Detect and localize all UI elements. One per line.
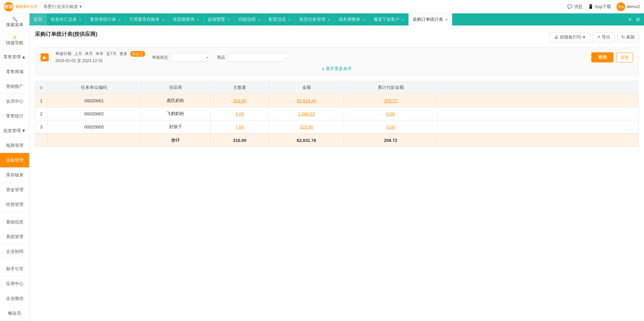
row3-paid[interactable]: 0.00 xyxy=(344,120,437,134)
tab-close-icon[interactable]: ✕ xyxy=(162,18,164,21)
tab-chengben[interactable]: 成本调整单 ✕ xyxy=(334,13,369,25)
date-filter-group: 单据日期 上月 本月 本年 近7天 更多 自定义 2016-01-01 至 20… xyxy=(55,51,145,64)
sidebar-item-operation[interactable]: 经营管理 xyxy=(0,197,29,212)
sidebar-item-retail-mall[interactable]: 零售商城 xyxy=(0,64,29,79)
sidebar-item-finance[interactable]: 资金管理 xyxy=(0,182,29,197)
footer-qty: 316.00 xyxy=(210,133,269,147)
date-opt-this-year[interactable]: 本年 xyxy=(96,51,104,57)
tab-chaochu[interactable]: 超储预警 ✕ xyxy=(204,13,234,25)
app-download-button[interactable]: 📱 App下载 xyxy=(588,4,611,10)
row2-supplier: 飞鹤奶粉 xyxy=(141,107,210,120)
tab-baozhiqi[interactable]: 保质期查询 ✕ xyxy=(169,13,204,25)
tab-close-icon[interactable]: ✕ xyxy=(79,18,82,21)
user-profile[interactable]: Ea demo2 xyxy=(616,2,640,11)
tab-tuohuo[interactable]: 拣货任务管理 ✕ xyxy=(295,13,334,25)
expand-label: 展开更多条件 xyxy=(326,66,352,72)
sidebar: 🔍 搜索菜单 ⚡ 快捷导航 零售管理 ▲ 零售商城 营销推广 会员中心 零售统计… xyxy=(0,13,30,321)
settings-button[interactable]: 设置 xyxy=(616,53,633,62)
footer-paid: 259.72 xyxy=(344,133,437,147)
sidebar-item-label: 企业微信 xyxy=(6,296,23,302)
export-button[interactable]: ↗ 导出 xyxy=(592,32,615,42)
sidebar-item-marketing[interactable]: 营销推广 xyxy=(0,79,29,94)
tab-close-icon[interactable]: ✕ xyxy=(258,18,260,21)
query-button[interactable]: 查询 xyxy=(591,52,613,62)
app-download-icon: 📱 xyxy=(588,4,593,9)
sidebar-item-label: 采购管理 xyxy=(6,157,23,163)
sidebar-item-vip[interactable]: 畅会员 xyxy=(0,306,29,321)
tab-shoufa[interactable]: 收发存汇总表 ✕ xyxy=(47,13,86,25)
tab-close-icon[interactable]: ✕ xyxy=(401,18,404,21)
sidebar-item-wholesale[interactable]: 批发管理 ▼ xyxy=(0,123,29,138)
date-opt-more[interactable]: 更多 xyxy=(119,51,127,57)
row2-paid[interactable]: 0.00 xyxy=(344,107,437,120)
tab-yaoqing-label: 邀请下游客户 xyxy=(373,16,399,22)
row3-idx: 3 xyxy=(35,120,48,134)
goods-input-wrapper: ... xyxy=(227,53,291,61)
row1-paid[interactable]: 259.72 xyxy=(344,94,437,107)
tab-close-all-button[interactable]: ✕ xyxy=(627,16,633,23)
date-opt-last-month[interactable]: 上月 xyxy=(74,51,82,57)
tab-caigou[interactable]: 采购订单统计表 ✕ xyxy=(409,13,452,25)
goods-input-dots-icon[interactable]: ... xyxy=(283,55,291,60)
date-opt-this-month[interactable]: 本月 xyxy=(85,51,93,57)
sidebar-item-retail[interactable]: 零售管理 ▲ xyxy=(0,50,29,64)
goods-input[interactable] xyxy=(227,54,283,61)
sidebar-item-member[interactable]: 会员中心 xyxy=(0,94,29,109)
sidebar-item-label: 营销推广 xyxy=(6,84,23,90)
custom-date-badge[interactable]: 自定义 xyxy=(130,51,145,57)
tab-yaoqing[interactable]: 邀请下游客户 ✕ xyxy=(369,13,409,25)
sidebar-item-enterprise[interactable]: 企业协同 xyxy=(0,244,29,259)
row3-amount[interactable]: 525.80 xyxy=(269,120,344,134)
status-select[interactable]: 全部 待审核 已审核 已作废 xyxy=(170,53,210,61)
tab-yaohuo[interactable]: 要货单统计表 ✕ xyxy=(86,13,125,25)
page-content: 采购订单统计表(按供应商) 🖨 按模板打印 ▾ ↗ 导出 ↻ 刷新 xyxy=(30,25,644,321)
sidebar-item-system[interactable]: 系统管理 xyxy=(0,229,29,244)
filter-toggle-button[interactable]: ▶ xyxy=(41,53,49,61)
org-selector[interactable]: 母婴行业演示账套 ▾ xyxy=(40,3,85,11)
filter-expand-button[interactable]: ∨ 展开更多条件 xyxy=(322,66,352,72)
tab-close-active-icon[interactable]: ✕ xyxy=(445,18,448,21)
row2-amount[interactable]: 1,586.52 xyxy=(269,107,344,120)
tab-close-icon[interactable]: ✕ xyxy=(227,18,230,21)
app-download-label: App下载 xyxy=(595,4,611,10)
gear-icon[interactable]: ⚙ xyxy=(39,85,43,90)
date-opt-7days[interactable]: 近7天 xyxy=(106,51,117,57)
sidebar-item-purchase[interactable]: 采购管理 xyxy=(0,153,29,168)
tab-gongneng[interactable]: 功能说明 ✕ xyxy=(234,13,265,25)
sidebar-item-quick[interactable]: ⚡ 快捷导航 xyxy=(0,32,29,50)
sidebar-item-basic[interactable]: 基础信息 xyxy=(0,215,29,229)
filter-section: ▶ 单据日期 上月 本月 本年 近7天 更多 自定义 xyxy=(35,47,639,75)
tab-close-icon[interactable]: ✕ xyxy=(288,18,291,21)
row3-qty[interactable]: 7.00 xyxy=(210,120,269,134)
row2-qty[interactable]: 6.00 xyxy=(210,107,269,120)
row1-amount[interactable]: 60,519.44 xyxy=(269,94,344,107)
tab-close-icon[interactable]: ✕ xyxy=(327,18,330,21)
sidebar-item-retail-stat[interactable]: 零售统计 xyxy=(0,109,29,123)
sidebar-item-search[interactable]: 🔍 搜索菜单 xyxy=(0,13,29,32)
sidebar-item-ecommerce[interactable]: 电商管理 xyxy=(0,138,29,153)
tab-shoufa-label: 收发存汇总表 xyxy=(51,16,77,22)
tab-chaochu-label: 超储预警 xyxy=(208,16,225,22)
refresh-button[interactable]: ↻ 刷新 xyxy=(618,32,639,42)
print-button[interactable]: 🖨 按模板打印 ▾ xyxy=(550,32,590,42)
sidebar-item-label: 电商管理 xyxy=(6,143,23,149)
logo-icon: 标版 xyxy=(4,2,13,11)
sidebar-item-newbie[interactable]: 新手引导 xyxy=(0,262,29,276)
tab-grid-button[interactable]: ⊞ xyxy=(635,16,641,23)
tab-close-icon[interactable]: ✕ xyxy=(197,18,199,21)
sidebar-item-app-center[interactable]: 应用中心 xyxy=(0,276,29,291)
tab-peizhi[interactable]: 配置信息 ✕ xyxy=(265,13,295,25)
row1-qty[interactable]: 303.00 xyxy=(210,94,269,107)
tab-gongneng-label: 功能说明 xyxy=(238,16,256,22)
sidebar-item-wechat[interactable]: 企业微信 xyxy=(0,291,29,306)
tab-close-icon[interactable]: ✕ xyxy=(118,18,121,21)
sidebar-item-inventory[interactable]: 库存核算 xyxy=(0,168,29,182)
tab-close-icon[interactable]: ✕ xyxy=(362,18,365,21)
sidebar-item-label: 快捷导航 xyxy=(6,40,23,46)
top-bar-left: 标版 畅捷通好生意 母婴行业演示账套 ▾ xyxy=(4,2,85,11)
tab-home[interactable]: 首页 xyxy=(30,13,47,25)
tab-keyong[interactable]: 可用量库存账本 ✕ xyxy=(125,13,169,25)
message-button[interactable]: 💬 消息 xyxy=(567,4,583,10)
username: demo2 xyxy=(627,4,640,9)
row2-code: 00020002 xyxy=(48,107,141,120)
